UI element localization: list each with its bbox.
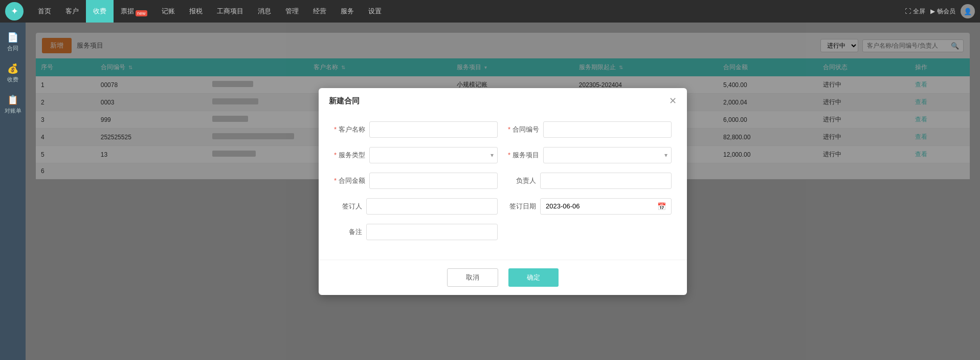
fullscreen-icon: ⛶ [905, 8, 911, 15]
nav-home[interactable]: 首页 [31, 0, 58, 23]
form-group-amount: 合同金额 0.00 [334, 173, 498, 189]
calendar-icon: 📅 [657, 202, 666, 210]
modal-body: 客户名称 合同编号 服务类型 [319, 111, 687, 260]
modal-close-button[interactable]: ✕ [669, 96, 677, 105]
form-group-sign-date: 签订日期 2023-06-06 📅 [508, 198, 672, 215]
form-group-remark: 备注 [334, 224, 498, 240]
sidebar-item-hetong[interactable]: 📄 合同 [1, 28, 25, 56]
amount-input[interactable]: 0.00 [369, 173, 498, 189]
nav-items: 首页 客户 收费 票据 new 记账 报税 工商项目 消息 管理 经营 服务 设… [31, 0, 905, 23]
modal-footer: 取消 确定 [319, 260, 687, 295]
nav-baoshui[interactable]: 报税 [182, 0, 210, 23]
nav-xiaxi[interactable]: 消息 [251, 0, 278, 23]
signer-input[interactable] [366, 198, 498, 215]
form-group-service-type: 服务类型 [334, 147, 498, 163]
cancel-button[interactable]: 取消 [447, 268, 498, 287]
avatar[interactable]: 👤 [961, 4, 975, 18]
contract-no-label: 合同编号 [508, 125, 539, 134]
new-contract-modal: 新建合同 ✕ 客户名称 合同编号 [319, 88, 687, 295]
form-row-1: 客户名称 合同编号 [334, 121, 672, 138]
contract-icon: 📄 [7, 32, 18, 43]
form-row-4: 签订人 签订日期 2023-06-06 📅 [334, 198, 672, 215]
client-name-input[interactable] [369, 121, 498, 138]
sidebar: 📄 合同 💰 收费 📋 对账单 [0, 23, 26, 360]
nav-guanli[interactable]: 管理 [278, 0, 306, 23]
sidebar-label-shoufei: 收费 [7, 76, 18, 83]
form-row-5: 备注 [334, 224, 672, 240]
member-button[interactable]: ▶ 畅会员 [930, 7, 955, 16]
sidebar-item-duizhang[interactable]: 📋 对账单 [1, 90, 25, 119]
sign-date-value: 2023-06-06 [546, 202, 580, 210]
service-item-select[interactable] [543, 147, 672, 163]
remark-label: 备注 [334, 227, 362, 237]
modal-overlay: 新建合同 ✕ 客户名称 合同编号 [26, 23, 980, 360]
form-group-service-item: 服务项目 [508, 147, 672, 163]
contract-no-input[interactable] [543, 121, 672, 138]
remark-input[interactable] [366, 224, 498, 240]
service-type-label: 服务类型 [334, 151, 365, 160]
nav-jingying[interactable]: 经营 [306, 0, 333, 23]
new-badge: new [136, 10, 147, 16]
nav-piaoju[interactable]: 票据 new [114, 0, 154, 23]
member-icon: ▶ [930, 8, 935, 15]
top-nav: ✦ 首页 客户 收费 票据 new 记账 报税 工商项目 消息 管理 经营 服务… [0, 0, 980, 23]
responsible-input[interactable] [540, 173, 672, 189]
nav-shezhi[interactable]: 设置 [361, 0, 389, 23]
responsible-label: 负责人 [508, 176, 536, 185]
form-group-responsible: 负责人 [508, 173, 672, 189]
sign-date-input[interactable]: 2023-06-06 📅 [540, 198, 672, 215]
sign-date-label: 签订日期 [508, 202, 536, 211]
nav-fuwu[interactable]: 服务 [333, 0, 361, 23]
main-content: 新增 服务项目 进行中 已完成 已终止 🔍 [26, 23, 980, 360]
amount-label: 合同金额 [334, 176, 365, 185]
service-type-select-wrapper [369, 147, 498, 163]
statement-icon: 📋 [7, 94, 18, 105]
sidebar-item-shoufei[interactable]: 💰 收费 [1, 59, 25, 88]
main-layout: 📄 合同 💰 收费 📋 对账单 新增 服务项目 进行中 已完成 已终止 [0, 23, 980, 360]
form-row-3: 合同金额 0.00 负责人 [334, 173, 672, 189]
nav-gongshang[interactable]: 工商项目 [210, 0, 251, 23]
form-group-contract-no: 合同编号 [508, 121, 672, 138]
service-item-label: 服务项目 [508, 151, 539, 160]
fullscreen-button[interactable]: ⛶ 全屏 [905, 7, 925, 16]
signer-label: 签订人 [334, 202, 362, 211]
service-type-select[interactable] [369, 147, 498, 163]
confirm-button[interactable]: 确定 [508, 268, 559, 287]
modal-title: 新建合同 [329, 96, 360, 106]
sidebar-label-hetong: 合同 [7, 45, 18, 52]
modal-header: 新建合同 ✕ [319, 88, 687, 111]
service-item-select-wrapper [543, 147, 672, 163]
app-logo: ✦ [5, 2, 24, 20]
form-group-signer: 签订人 [334, 198, 498, 215]
nav-right: ⛶ 全屏 ▶ 畅会员 👤 [905, 4, 975, 18]
form-row-2: 服务类型 服务项目 [334, 147, 672, 163]
client-name-label: 客户名称 [334, 125, 365, 134]
nav-shoufei[interactable]: 收费 [86, 0, 114, 23]
fee-icon: 💰 [7, 63, 18, 74]
form-group-client-name: 客户名称 [334, 121, 498, 138]
nav-client[interactable]: 客户 [58, 0, 86, 23]
sidebar-label-duizhang: 对账单 [5, 107, 21, 115]
nav-jzhang[interactable]: 记账 [154, 0, 182, 23]
